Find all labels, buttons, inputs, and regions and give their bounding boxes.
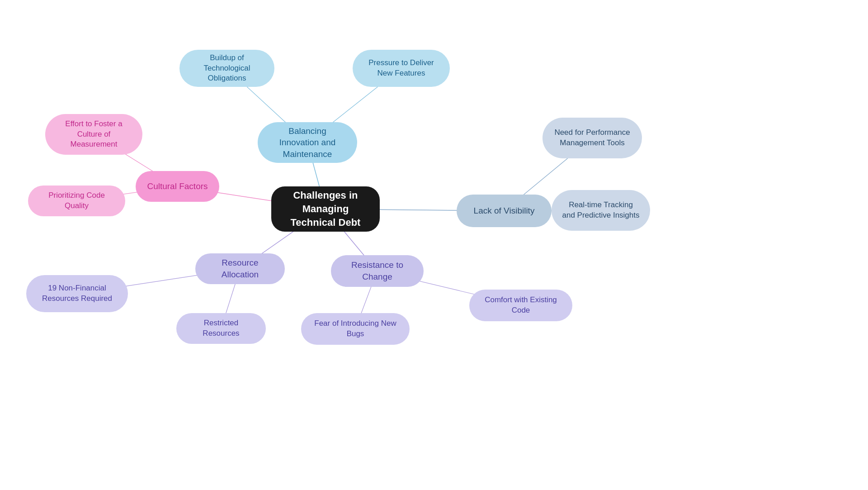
comfort-node: Comfort with Existing Code (469, 290, 572, 321)
realtime-node: Real-time Tracking and Predictive Insigh… (552, 190, 650, 231)
non-financial-label: 19 Non-Financial Resources Required (36, 283, 118, 304)
restricted-node: Restricted Resources (176, 313, 266, 344)
resource-alloc-node: Resource Allocation (195, 253, 285, 284)
resistance-label: Resistance to Change (341, 259, 414, 282)
comfort-label: Comfort with Existing Code (479, 295, 562, 316)
pressure-node: Pressure to Deliver New Features (353, 50, 450, 87)
resource-alloc-label: Resource Allocation (205, 257, 275, 280)
fear-bugs-node: Fear of Introducing New Bugs (301, 313, 410, 345)
need-perf-node: Need for Performance Management Tools (542, 118, 642, 158)
pressure-label: Pressure to Deliver New Features (363, 58, 440, 79)
buildup-label: Buildup of Technological Obligations (189, 53, 264, 84)
center-node: Challenges in Managing Technical Debt (271, 186, 380, 232)
non-financial-node: 19 Non-Financial Resources Required (26, 275, 128, 312)
prioritizing-node: Prioritizing Code Quality (28, 186, 125, 216)
buildup-node: Buildup of Technological Obligations (179, 50, 274, 87)
center-label: Challenges in Managing Technical Debt (281, 189, 370, 229)
effort-culture-label: Effort to Foster a Culture of Measuremen… (55, 119, 132, 150)
lack-visibility-node: Lack of Visibility (457, 195, 552, 227)
realtime-label: Real-time Tracking and Predictive Insigh… (561, 200, 640, 221)
cultural-label: Cultural Factors (147, 181, 208, 192)
fear-bugs-label: Fear of Introducing New Bugs (311, 319, 400, 339)
balancing-node: Balancing Innovation and Maintenance (258, 122, 357, 163)
cultural-node: Cultural Factors (136, 171, 219, 202)
lack-visibility-label: Lack of Visibility (474, 205, 535, 217)
resistance-node: Resistance to Change (331, 255, 424, 287)
prioritizing-label: Prioritizing Code Quality (38, 190, 115, 211)
need-perf-label: Need for Performance Management Tools (552, 128, 632, 148)
restricted-label: Restricted Resources (186, 318, 256, 339)
balancing-label: Balancing Innovation and Maintenance (268, 125, 347, 160)
effort-culture-node: Effort to Foster a Culture of Measuremen… (45, 114, 142, 155)
